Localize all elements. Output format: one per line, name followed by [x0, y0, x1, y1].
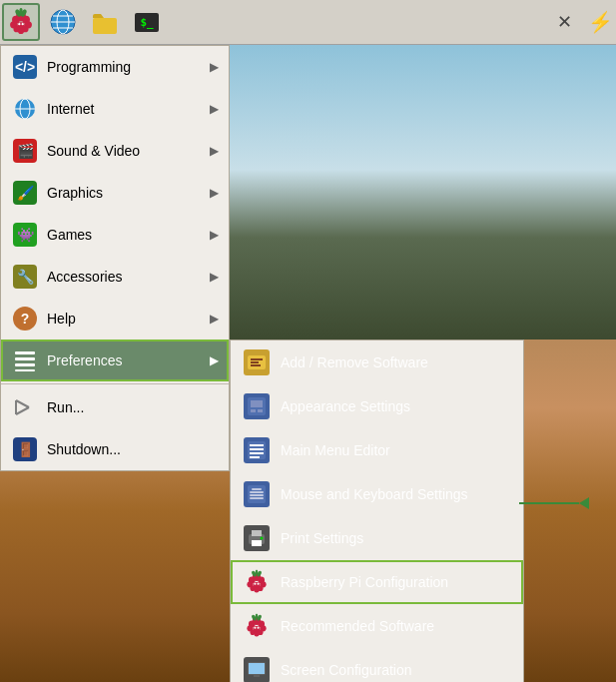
submenu-add-remove-software[interactable]: Add / Remove Software [231, 341, 523, 384]
run-icon [11, 393, 39, 421]
svg-rect-26 [15, 369, 35, 371]
svg-rect-19 [93, 18, 117, 34]
submenu-screen-config[interactable]: Screen Configuration [231, 648, 523, 682]
menu-item-run-label: Run... [47, 399, 219, 415]
raspberry-config-icon [243, 568, 271, 596]
svg-point-8 [18, 28, 24, 34]
svg-rect-29 [251, 361, 259, 363]
recommended-icon [243, 612, 271, 640]
svg-line-81 [16, 400, 29, 407]
menu-item-sound-label: Sound & Video [47, 143, 210, 159]
svg-point-13 [19, 8, 22, 15]
help-arrow: ▶ [210, 312, 219, 326]
svg-rect-46 [252, 530, 262, 536]
menu-item-graphics[interactable]: 🖌️ Graphics ▶ [1, 172, 229, 214]
menu-item-programming-label: Programming [47, 59, 210, 75]
submenu-raspberry-config[interactable]: Raspberry Pi Configuration [231, 560, 523, 604]
recommended-software-label: Recommended Software [281, 618, 434, 634]
menu-item-graphics-label: Graphics [47, 185, 210, 201]
appearance-label: Appearance Settings [281, 398, 410, 414]
menu-item-sound-video[interactable]: 🎬 Sound & Video ▶ [1, 130, 229, 172]
accessories-arrow: ▶ [210, 270, 219, 284]
submenu-recommended-software[interactable]: Recommended Software [231, 604, 523, 648]
svg-point-71 [254, 631, 259, 636]
preferences-arrow: ▶ [210, 353, 219, 367]
menu-item-preferences[interactable]: Preferences ▶ Add / Remove Software [1, 340, 229, 381]
mouse-keyboard-label: Mouse and Keyboard Settings [281, 486, 468, 502]
submenu-main-menu-editor[interactable]: Main Menu Editor [231, 428, 523, 472]
graphics-arrow: ▶ [210, 186, 219, 200]
menu-separator [1, 383, 229, 384]
menu-item-accessories[interactable]: 🔧 Accessories ▶ [1, 256, 229, 298]
lightning-button[interactable]: ⚡ [584, 6, 616, 38]
menu-item-shutdown[interactable]: 🚪 Shutdown... [1, 428, 229, 470]
raspberry-icon [7, 8, 35, 36]
svg-rect-36 [250, 444, 264, 446]
submenu-appearance-settings[interactable]: Appearance Settings [231, 384, 523, 428]
svg-point-59 [258, 583, 260, 585]
games-arrow: ▶ [210, 228, 219, 242]
preferences-icon [11, 346, 39, 374]
internet-arrow: ▶ [210, 102, 219, 116]
programming-icon: </> [11, 53, 39, 81]
svg-rect-23 [15, 351, 35, 354]
taskbar-browser-button[interactable] [44, 3, 82, 41]
main-menu: </> Programming ▶ Internet ▶ 🎬 Sound & V… [0, 45, 230, 471]
taskbar: $_ ✕ ⚡ [0, 0, 616, 45]
help-icon: ? [11, 305, 39, 333]
taskbar-terminal-button[interactable]: $_ [128, 3, 166, 41]
svg-point-10 [22, 23, 24, 25]
svg-point-62 [256, 570, 259, 575]
svg-rect-28 [251, 358, 263, 360]
submenu-mouse-keyboard[interactable]: Mouse and Keyboard Settings [231, 472, 523, 516]
svg-rect-39 [250, 456, 260, 458]
svg-point-48 [261, 537, 264, 540]
svg-point-9 [18, 23, 20, 25]
svg-rect-44 [252, 488, 262, 490]
menu-item-programming[interactable]: </> Programming ▶ [1, 46, 229, 88]
mouse-keyboard-icon [243, 480, 271, 508]
menu-editor-label: Main Menu Editor [281, 442, 390, 458]
menu-item-run[interactable]: Run... [1, 386, 229, 428]
menu-item-help-label: Help [47, 311, 210, 327]
menu-item-internet-label: Internet [47, 101, 210, 117]
svg-rect-80 [251, 677, 263, 679]
svg-rect-37 [250, 448, 264, 450]
menu-item-accessories-label: Accessories [47, 269, 210, 285]
svg-rect-43 [250, 497, 264, 499]
games-icon: 👾 [11, 221, 39, 249]
internet-icon [11, 95, 39, 123]
svg-point-73 [258, 627, 260, 629]
menu-editor-icon [243, 436, 271, 464]
raspberry-config-label: Raspberry Pi Configuration [281, 574, 448, 590]
arrow-line [519, 502, 579, 504]
shutdown-icon: 🚪 [11, 435, 39, 463]
programming-arrow: ▶ [210, 60, 219, 74]
add-remove-label: Add / Remove Software [281, 354, 428, 370]
menu-item-internet[interactable]: Internet ▶ [1, 88, 229, 130]
svg-rect-25 [15, 363, 35, 366]
sound-arrow: ▶ [210, 144, 219, 158]
taskbar-files-button[interactable] [86, 3, 124, 41]
submenu-print-settings[interactable]: Print Settings [231, 516, 523, 560]
close-button[interactable]: ✕ [548, 6, 580, 38]
menu-item-help[interactable]: ? Help ▶ [1, 298, 229, 340]
svg-point-57 [254, 587, 259, 592]
accessories-icon: 🔧 [11, 263, 39, 291]
menu-item-preferences-label: Preferences [47, 352, 210, 368]
add-remove-icon [243, 348, 271, 376]
screen-config-icon [243, 656, 271, 682]
sound-video-icon: 🎬 [11, 137, 39, 165]
svg-rect-41 [250, 491, 264, 493]
menu-item-games[interactable]: 👾 Games ▶ [1, 214, 229, 256]
svg-point-76 [256, 614, 259, 619]
preferences-submenu: Add / Remove Software Appearance Setting… [230, 340, 524, 682]
globe-icon [49, 8, 77, 36]
svg-rect-24 [15, 357, 35, 360]
arrow-head [579, 497, 589, 509]
svg-line-82 [16, 407, 29, 414]
taskbar-raspberry-button[interactable] [2, 3, 40, 41]
graphics-icon: 🖌️ [11, 179, 39, 207]
svg-rect-33 [251, 409, 256, 412]
print-settings-label: Print Settings [281, 530, 363, 546]
